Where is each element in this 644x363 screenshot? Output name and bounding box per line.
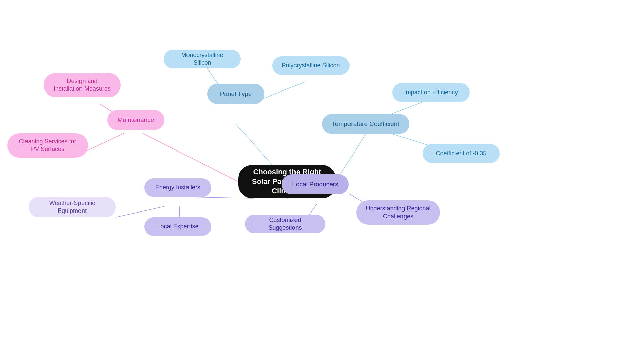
svg-line-10 bbox=[116, 206, 164, 217]
panel-type-node: Panel Type bbox=[207, 84, 264, 104]
polycrystalline-node: Polycrystalline Silicon bbox=[272, 56, 350, 75]
cleaning-services-node: Cleaning Services for PV Surfaces bbox=[7, 133, 88, 158]
monocrystalline-node: Monocrystalline Silicon bbox=[164, 50, 241, 68]
weather-equipment-node: Weather-Specific Equipment bbox=[29, 197, 116, 217]
local-expertise-node: Local Expertise bbox=[144, 217, 211, 236]
local-producers-node: Local Producers bbox=[282, 174, 349, 194]
svg-line-9 bbox=[191, 197, 254, 198]
impact-efficiency-node: Impact on Efficiency bbox=[392, 83, 470, 102]
maintenance-node: Maintenance bbox=[107, 110, 164, 130]
svg-line-6 bbox=[143, 133, 238, 182]
customized-suggestions-node: Customized Suggestions bbox=[245, 215, 325, 233]
design-installation-node: Design and Installation Measures bbox=[44, 73, 121, 97]
regional-challenges-node: Understanding Regional Challenges bbox=[356, 200, 440, 225]
temperature-coefficient-node: Temperature Coefficient bbox=[322, 114, 409, 134]
coefficient-node: Coefficient of -0.35 bbox=[423, 144, 500, 163]
energy-installers-node: Energy Installers bbox=[144, 178, 211, 197]
